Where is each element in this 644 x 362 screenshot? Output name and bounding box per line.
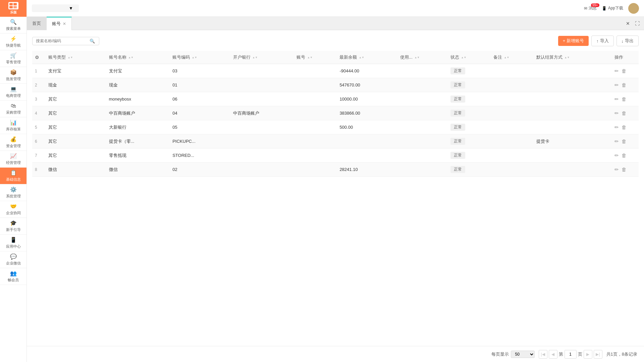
app-subtitle: 乐版 xyxy=(10,10,17,15)
sidebar-item-finance[interactable]: 💰 资金管理 xyxy=(0,134,26,151)
message-button[interactable]: ✉ 消息 99+ xyxy=(584,5,597,11)
cell-usage xyxy=(397,134,448,148)
table-row: 7 其它 零售抵现 STORED... 正常 ✏ 🗑 xyxy=(32,148,639,163)
col-status[interactable]: 状态 ▲▼ xyxy=(448,51,491,64)
page-first-button[interactable]: |◀ xyxy=(539,350,547,359)
edit-button[interactable]: ✏ xyxy=(614,82,619,88)
sidebar-item-guide[interactable]: 🎓 新手引导 xyxy=(0,218,26,235)
export-button[interactable]: ↓ 导出 xyxy=(616,36,639,46)
sidebar: 乐版 🔍 搜索菜单 ⚡ 快捷导航 🛒 零售管理 📦 批发管理 💻 电商管理 🛍 … xyxy=(0,0,27,362)
delete-button[interactable]: 🗑 xyxy=(622,124,627,130)
sidebar-item-label: 库存核算 xyxy=(6,127,21,132)
sidebar-item-label: 经营管理 xyxy=(6,160,21,165)
cell-balance: 28241.10 xyxy=(337,163,397,177)
cell-type: 现金 xyxy=(46,78,106,92)
edit-button[interactable]: ✏ xyxy=(614,68,619,74)
table-row: 8 微信 微信 02 28241.10 正常 ✏ 🗑 xyxy=(32,163,639,177)
sidebar-item-quicknav[interactable]: ⚡ 快捷导航 xyxy=(0,34,26,50)
col-code[interactable]: 账号编码 ▲▼ xyxy=(170,51,230,64)
search-wrap[interactable]: 🔍 xyxy=(32,37,99,45)
tab-bar: 首页 账号 ✕ ✕ ⛶ xyxy=(27,17,644,30)
delete-button[interactable]: 🗑 xyxy=(622,167,627,172)
col-remark[interactable]: 备注 ▲▼ xyxy=(491,51,534,64)
tab-expand-icon[interactable]: ⛶ xyxy=(634,20,641,27)
cell-action: ✏ 🗑 xyxy=(612,134,639,148)
system-icon: ⚙️ xyxy=(10,186,17,193)
import-button[interactable]: ↑ 导入 xyxy=(591,36,614,46)
page-last-button[interactable]: ▶| xyxy=(594,350,602,359)
delete-button[interactable]: 🗑 xyxy=(622,153,627,158)
column-settings-icon[interactable]: ⚙ xyxy=(35,55,39,60)
sidebar-item-wholesale[interactable]: 📦 批发管理 xyxy=(0,67,26,84)
page-prev-button[interactable]: ◀ xyxy=(549,350,557,359)
search-icon[interactable]: 🔍 xyxy=(90,39,95,44)
col-account[interactable]: 账号 ▲▼ xyxy=(294,51,337,64)
cell-name: 现金 xyxy=(106,78,170,92)
per-page-select[interactable]: 每页显示 50 100 200 xyxy=(491,351,535,358)
cell-account xyxy=(294,92,337,106)
delete-button[interactable]: 🗑 xyxy=(622,110,627,116)
main-area: ▼ ✉ 消息 99+ 📱 App下载 首页 账号 ✕ ✕ ⛶ xyxy=(27,0,644,362)
app-download-button[interactable]: 📱 App下载 xyxy=(602,5,623,11)
page-next-button[interactable]: ▶ xyxy=(584,350,592,359)
sidebar-item-system[interactable]: ⚙️ 系统管理 xyxy=(0,184,26,201)
tab-close-all-icon[interactable]: ✕ xyxy=(625,20,631,27)
col-usage[interactable]: 使用... ▲▼ xyxy=(397,51,448,64)
delete-button[interactable]: 🗑 xyxy=(622,96,627,102)
cell-account xyxy=(294,64,337,78)
search-icon: ▼ xyxy=(69,6,73,11)
cell-usage xyxy=(397,120,448,134)
sidebar-item-appstore[interactable]: 📱 应用中心 xyxy=(0,235,26,251)
edit-button[interactable]: ✏ xyxy=(614,96,619,102)
sidebar-item-ecommerce[interactable]: 💻 电商管理 xyxy=(0,84,26,101)
col-name[interactable]: 账号名称 ▲▼ xyxy=(106,51,170,64)
sort-icon: ▲▼ xyxy=(128,56,133,59)
sidebar-item-purchase[interactable]: 🛍 采购管理 xyxy=(0,101,26,117)
sidebar-item-wechat[interactable]: 💬 企业微信 xyxy=(0,251,26,268)
sidebar-item-inventory[interactable]: 📊 库存核算 xyxy=(0,117,26,134)
message-badge: 99+ xyxy=(591,3,599,7)
tab-close-icon[interactable]: ✕ xyxy=(63,22,66,26)
guide-icon: 🎓 xyxy=(10,220,17,226)
edit-button[interactable]: ✏ xyxy=(614,138,619,144)
col-name-label: 账号名称 xyxy=(109,55,126,60)
col-balance[interactable]: 最新余额 ▲▼ xyxy=(337,51,397,64)
search-input[interactable] xyxy=(36,39,90,43)
sidebar-item-retail[interactable]: 🛒 零售管理 xyxy=(0,50,26,67)
per-page-dropdown[interactable]: 50 100 200 xyxy=(511,351,535,358)
cell-usage xyxy=(397,106,448,120)
sidebar-item-basic[interactable]: 📋 基础信息 xyxy=(0,168,26,184)
top-search-bar[interactable]: ▼ xyxy=(32,4,79,12)
user-avatar[interactable] xyxy=(628,3,639,14)
cell-bank: 中百商场账户 xyxy=(230,106,294,120)
cell-settle xyxy=(534,120,612,134)
tab-home[interactable]: 首页 xyxy=(27,17,47,30)
sidebar-item-search[interactable]: 🔍 搜索菜单 xyxy=(0,17,26,34)
cell-code: PICKUPC... xyxy=(170,134,230,148)
col-type[interactable]: 账号类型 ▲▼ xyxy=(46,51,106,64)
table-row: 4 其它 中百商场账户 04 中百商场账户 383866.00 正常 ✏ 🗑 xyxy=(32,106,639,120)
edit-button[interactable]: ✏ xyxy=(614,110,619,116)
cell-remark xyxy=(491,163,534,177)
cell-action: ✏ 🗑 xyxy=(612,64,639,78)
delete-button[interactable]: 🗑 xyxy=(622,82,627,88)
cell-remark xyxy=(491,92,534,106)
edit-button[interactable]: ✏ xyxy=(614,153,619,159)
edit-button[interactable]: ✏ xyxy=(614,167,619,173)
delete-button[interactable]: 🗑 xyxy=(622,68,627,74)
accounts-table: ⚙ 账号类型 ▲▼ 账号名称 ▲▼ 账号编码 ▲▼ 开户 xyxy=(32,51,639,177)
page-input[interactable] xyxy=(565,350,577,359)
col-bank[interactable]: 开户银行 ▲▼ xyxy=(230,51,294,64)
sidebar-item-label: 应用中心 xyxy=(6,244,21,249)
sidebar-item-member[interactable]: 👥 畅会员 xyxy=(0,268,26,285)
sidebar-item-collab[interactable]: 🤝 企业协同 xyxy=(0,201,26,218)
edit-button[interactable]: ✏ xyxy=(614,124,619,130)
add-account-button[interactable]: + 新增账号 xyxy=(558,36,589,46)
sidebar-item-operation[interactable]: 📈 经营管理 xyxy=(0,151,26,168)
top-search-input[interactable] xyxy=(35,6,69,11)
tab-account[interactable]: 账号 ✕ xyxy=(47,17,72,30)
sidebar-item-label: 基础信息 xyxy=(6,177,21,182)
col-settle[interactable]: 默认结算方式 ▲▼ xyxy=(534,51,612,64)
delete-button[interactable]: 🗑 xyxy=(622,138,627,144)
sidebar-item-label: 零售管理 xyxy=(6,60,21,65)
